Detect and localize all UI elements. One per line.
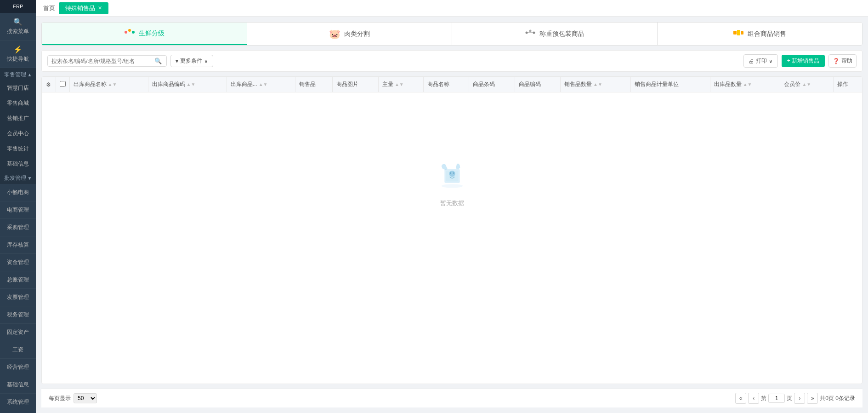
tab-meat-cut-label: 肉类分割 <box>344 30 370 38</box>
col-out-spec: 出库商品... ▲▼ <box>227 77 295 92</box>
search-box[interactable]: 🔍 <box>47 55 167 67</box>
next-page-button[interactable]: › <box>794 393 805 404</box>
sidebar-item-finance[interactable]: 资金管理 <box>0 254 36 271</box>
col-item-barcode: 商品条码 <box>469 77 515 92</box>
svg-point-13 <box>449 171 455 177</box>
sidebar-retail-section[interactable]: 零售管理 ▲ <box>0 68 36 80</box>
sidebar-item-enterprise[interactable]: 企业协同 <box>0 411 36 413</box>
table-wrapper: ⚙ 出库商品名称 ▲▼ 出库商品编码 <box>41 76 862 384</box>
page-input[interactable] <box>768 394 785 403</box>
col-item-image: 商品图片 <box>333 77 378 92</box>
prev-page-button[interactable]: ‹ <box>748 393 759 404</box>
type-tabs: 生鲜分级 🐷 肉类分割 称重预包装商品 组合商品销售 <box>41 22 862 46</box>
col-out-name: 出库商品名称 ▲▼ <box>69 77 148 92</box>
sidebar-logo: ERP <box>0 0 36 13</box>
sort-member-price-icon: ▲▼ <box>802 82 811 87</box>
col-checkbox[interactable] <box>56 77 69 92</box>
search-icon[interactable]: 🔍 <box>154 57 162 64</box>
svg-point-15 <box>453 172 454 174</box>
col-out-spec-sortable[interactable]: 出库商品... ▲▼ <box>231 80 292 88</box>
sidebar-item-tax[interactable]: 税务管理 <box>0 306 36 324</box>
pagination-right: « ‹ 第 页 › » 共0页 0条记录 <box>735 393 855 404</box>
sidebar-item-inventory[interactable]: 库存核算 <box>0 236 36 254</box>
sort-out-code-icon: ▲▼ <box>187 82 196 87</box>
sidebar-item-ecommerce[interactable]: 小畅电商 <box>0 184 36 201</box>
tab-weight-prepack-label: 称重预包装商品 <box>539 30 584 38</box>
page-suffix: 页 <box>787 395 792 402</box>
add-sale-item-button[interactable]: + 新增销售品 <box>782 55 825 67</box>
sidebar-item-system[interactable]: 系统管理 <box>0 394 36 411</box>
content-area: 生鲜分级 🐷 肉类分割 称重预包装商品 组合商品销售 <box>36 17 868 413</box>
main-area: 首页 特殊销售品 ✕ 生鲜分级 🐷 肉类分割 <box>36 0 868 413</box>
tab-meat-cut[interactable]: 🐷 肉类分割 <box>247 23 453 45</box>
sidebar-item-fixed-assets[interactable]: 固定资产 <box>0 324 36 341</box>
sidebar-item-marketing[interactable]: 营销推广 <box>0 111 36 126</box>
svg-point-14 <box>450 172 451 174</box>
tab-combo-sales[interactable]: 组合商品销售 <box>658 23 862 45</box>
table-header-row: ⚙ 出库商品名称 ▲▼ 出库商品编码 <box>42 77 862 92</box>
table-body: 暂无数据 <box>42 92 862 272</box>
sidebar-item-operations[interactable]: 经营管理 <box>0 359 36 376</box>
search-input[interactable] <box>51 58 153 64</box>
sidebar-item-retail-stats[interactable]: 零售统计 <box>0 141 36 156</box>
quick-nav-icon: ⚡ <box>13 45 23 54</box>
svg-rect-7 <box>733 31 737 34</box>
filter-label: 更多条件 <box>180 57 202 65</box>
col-out-code-sortable[interactable]: 出库商品编码 ▲▼ <box>152 80 223 88</box>
close-tab-icon[interactable]: ✕ <box>98 5 102 11</box>
col-item-name: 商品名称 <box>423 77 469 92</box>
sort-sale-qty-icon: ▲▼ <box>593 82 602 87</box>
toolbar-right: 🖨 打印 ∨ + 新增销售品 ❓ 帮助 <box>743 54 857 68</box>
sidebar-item-basic-info-retail[interactable]: 基础信息 <box>0 156 36 172</box>
sidebar-item-smart-store[interactable]: 智慧门店 <box>0 80 36 96</box>
help-button[interactable]: ❓ 帮助 <box>828 54 857 68</box>
sort-out-name-icon: ▲▼ <box>108 82 117 87</box>
col-out-name-sortable[interactable]: 出库商品名称 ▲▼ <box>74 80 144 88</box>
print-dropdown-icon: ∨ <box>769 58 773 64</box>
print-button[interactable]: 🖨 打印 ∨ <box>743 54 778 68</box>
topbar-active-tab[interactable]: 特殊销售品 ✕ <box>59 2 108 14</box>
last-page-button[interactable]: » <box>807 393 818 404</box>
empty-state-row: 暂无数据 <box>42 92 862 272</box>
sidebar-batch-section[interactable]: 批发管理 ▼ <box>0 172 36 184</box>
sidebar-search-menu[interactable]: 🔍 搜索菜单 <box>0 13 36 40</box>
col-out-code: 出库商品编码 ▲▼ <box>148 77 227 92</box>
print-label: 打印 <box>756 57 767 65</box>
tab-combo-sales-label: 组合商品销售 <box>748 30 786 38</box>
toolbar-left: 🔍 ▾ 更多条件 ∨ <box>47 55 213 67</box>
tab-fresh-grade[interactable]: 生鲜分级 <box>42 23 247 45</box>
sidebar-item-member[interactable]: 会员中心 <box>0 126 36 141</box>
sidebar-item-ecomm-mgmt[interactable]: 电商管理 <box>0 201 36 219</box>
tab-weight-prepack[interactable]: 称重预包装商品 <box>452 23 658 45</box>
col-sale-qty-sortable[interactable]: 销售品数量 ▲▼ <box>564 80 627 88</box>
batch-mgmt-label: 批发管理 <box>4 174 26 182</box>
empty-illustration <box>434 157 471 194</box>
main-table: ⚙ 出库商品名称 ▲▼ 出库商品编码 <box>42 77 862 272</box>
svg-point-0 <box>125 31 127 34</box>
search-menu-icon: 🔍 <box>13 17 23 26</box>
per-page-label: 每页显示 <box>49 395 71 402</box>
select-all-checkbox[interactable] <box>60 81 66 87</box>
sidebar-item-invoice[interactable]: 发票管理 <box>0 289 36 306</box>
filter-button[interactable]: ▾ 更多条件 ∨ <box>170 55 213 67</box>
sidebar: ERP 🔍 搜索菜单 ⚡ 快捷导航 零售管理 ▲ 智慧门店 零售商城 营销推广 … <box>0 0 36 413</box>
page-label: 第 <box>761 395 766 402</box>
sidebar-item-purchase[interactable]: 采购管理 <box>0 219 36 236</box>
col-out-qty-sortable[interactable]: 出库品数量 ▲▼ <box>714 80 777 88</box>
sidebar-item-payroll[interactable]: 工资 <box>0 341 36 359</box>
sidebar-item-basic-info[interactable]: 基础信息 <box>0 376 36 394</box>
sidebar-item-retail-mall[interactable]: 零售商城 <box>0 96 36 111</box>
page-size-select[interactable]: 50 100 200 <box>74 393 97 403</box>
first-page-button[interactable]: « <box>735 393 746 404</box>
topbar: 首页 特殊销售品 ✕ <box>36 0 868 17</box>
sidebar-item-ledger[interactable]: 总账管理 <box>0 271 36 289</box>
col-action: 操作 <box>834 77 862 92</box>
col-settings[interactable]: ⚙ <box>42 77 56 92</box>
sidebar-quick-nav[interactable]: ⚡ 快捷导航 <box>0 40 36 68</box>
col-main-weight-sortable[interactable]: 主量 ▲▼ <box>382 80 420 88</box>
svg-point-2 <box>132 31 135 34</box>
svg-point-10 <box>441 184 463 188</box>
col-member-price-sortable[interactable]: 会员价 ▲▼ <box>784 80 829 88</box>
sidebar-search-label: 搜索菜单 <box>7 28 29 35</box>
topbar-home[interactable]: 首页 <box>43 4 55 12</box>
